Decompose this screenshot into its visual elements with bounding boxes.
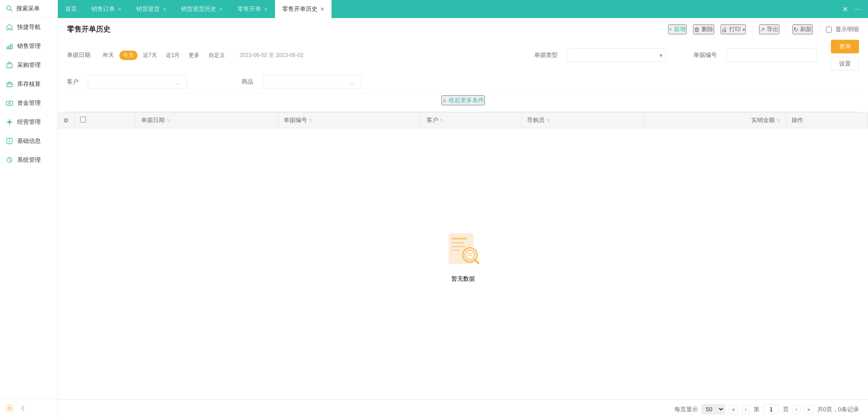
order-no-input[interactable] [726, 48, 816, 62]
goods-input[interactable] [266, 75, 348, 88]
sidebar-label-quick-nav: 快捷导航 [17, 23, 41, 31]
sidebar-search-label: 搜索采单 [16, 5, 40, 13]
sidebar-label-ops: 经营管理 [17, 118, 41, 126]
type-label: 单据类型 [534, 51, 558, 59]
sidebar-item-purchase-mgmt[interactable]: 采购管理 [0, 56, 57, 75]
customer-input[interactable] [92, 75, 173, 88]
add-button[interactable]: + 新增 [668, 24, 687, 34]
nav-close-icon[interactable]: ✕ [842, 5, 848, 14]
date-btn-custom[interactable]: 自定义 [205, 51, 228, 60]
print-label: 打印 [729, 25, 741, 33]
col-customer: 客户 ⇅ [421, 113, 522, 128]
delete-button[interactable]: 🗑 删除 [693, 24, 714, 34]
tab-sales-return-close[interactable]: ✕ [162, 6, 166, 12]
last-page-button[interactable]: » [804, 405, 814, 414]
sidebar-item-basic-info[interactable]: 基础信息 [0, 132, 57, 151]
col-date-label: 单据日期 [141, 117, 165, 123]
prev-page-button[interactable]: ‹ [742, 405, 750, 414]
tab-retail-open[interactable]: 零售开单 ✕ [230, 0, 275, 18]
export-label: 导出 [767, 25, 778, 33]
col-amount-label: 实销金额 [751, 117, 775, 123]
svg-rect-8 [6, 101, 13, 105]
collapse-button[interactable]: ∧ 收起更多条件 [441, 95, 485, 105]
search-icon [5, 5, 14, 13]
svg-point-15 [9, 407, 11, 410]
display-detail-checkbox[interactable] [826, 27, 832, 33]
svg-rect-5 [7, 64, 12, 68]
sidebar-item-sys-mgmt[interactable]: 系统管理 [0, 151, 57, 169]
tab-retail-open-history-close[interactable]: ✕ [320, 6, 324, 12]
nav-more-icon[interactable]: ⋯ [854, 5, 861, 14]
svg-rect-4 [11, 44, 12, 49]
date-btn-more[interactable]: 更多 [185, 51, 203, 60]
tab-sales-return-history[interactable]: 销货退货历史 ✕ [174, 0, 230, 18]
svg-rect-20 [451, 246, 466, 247]
toolbar-divider [752, 26, 753, 33]
type-select[interactable] [567, 48, 666, 62]
sidebar-item-ops[interactable]: 经营管理 [0, 113, 57, 132]
sort-guide-icon[interactable]: ⇅ [546, 118, 550, 123]
sidebar-item-finance[interactable]: 资金管理 [0, 94, 57, 113]
chevron-up-icon: ∧ [442, 97, 447, 104]
export-button[interactable]: ↗ 导出 [759, 24, 779, 34]
tab-sales-return-history-label: 销货退货历史 [181, 5, 216, 13]
refresh-button[interactable]: ↻ 刷新 [792, 24, 813, 34]
tab-home[interactable]: 首页 [58, 0, 84, 18]
tab-sales-order[interactable]: 销售订单 ✕ [84, 0, 129, 18]
export-icon: ↗ [760, 26, 765, 33]
query-button[interactable]: 查询 [831, 40, 859, 53]
next-page-button[interactable]: › [792, 405, 801, 414]
content: 零售开单历史 + 新增 🗑 删除 🖨 打印 ▾ ↗ 导出 [58, 18, 868, 419]
sort-date-icon[interactable]: ⇅ [166, 118, 170, 123]
tab-sales-return-history-close[interactable]: ✕ [219, 6, 223, 12]
box-icon [5, 80, 14, 88]
first-page-button[interactable]: « [729, 405, 738, 414]
sidebar-item-inventory[interactable]: 库存核算 [0, 75, 57, 94]
display-detail-label: 显示明细 [835, 25, 859, 33]
goods-dots[interactable]: ... [348, 79, 356, 85]
settings-icon[interactable] [5, 404, 14, 414]
sidebar-label-purchase-mgmt: 采购管理 [17, 61, 41, 69]
select-all-checkbox[interactable] [80, 117, 86, 122]
col-customer-label: 客户 [427, 117, 438, 123]
customer-dots[interactable]: ... [173, 79, 182, 85]
date-btn-today[interactable]: 今天 [119, 51, 138, 60]
tab-sales-order-close[interactable]: ✕ [118, 6, 122, 12]
tab-retail-open-history[interactable]: 零售开单历史 ✕ [275, 0, 332, 18]
main-area: 首页 销售订单 ✕ 销货退货 ✕ 销货退货历史 ✕ 零售开单 ✕ 零售开单历史 … [58, 0, 868, 419]
col-amount: 实销金额 ⇅ [643, 113, 786, 128]
date-btn-last7[interactable]: 近7天 [139, 51, 161, 60]
date-btn-yesterday[interactable]: 昨天 [100, 51, 118, 60]
sidebar-label-sys-mgmt: 系统管理 [17, 156, 41, 164]
page-number-input[interactable] [763, 405, 779, 414]
tab-retail-open-close[interactable]: ✕ [264, 6, 268, 12]
collapse-sidebar-icon[interactable] [19, 404, 27, 414]
tab-retail-open-history-label: 零售开单历史 [282, 5, 318, 13]
col-settings-icon[interactable]: ⚙ [63, 117, 69, 124]
home-icon [5, 23, 14, 31]
sort-order-no-icon[interactable]: ⇅ [309, 118, 313, 123]
svg-point-13 [9, 140, 10, 141]
ops-icon [5, 118, 14, 126]
sort-customer-icon[interactable]: ⇅ [440, 118, 443, 123]
display-detail-toggle[interactable]: 显示明细 [826, 25, 859, 33]
tab-sales-return[interactable]: 销货退货 ✕ [129, 0, 174, 18]
sidebar-search[interactable]: 搜索采单 [0, 0, 57, 18]
tab-sales-order-label: 销售订单 [91, 5, 115, 13]
sidebar-item-sales-mgmt[interactable]: 销售管理 [0, 37, 57, 56]
page-title-row: 零售开单历史 + 新增 🗑 删除 🖨 打印 ▾ ↗ 导出 [67, 24, 859, 34]
page-size-select[interactable]: 50 10 20 100 [702, 404, 725, 414]
sidebar-item-quick-nav[interactable]: 快捷导航 [0, 18, 57, 37]
col-order-no: 单据编号 ⇅ [278, 113, 421, 128]
sort-amount-icon[interactable]: ⇅ [777, 118, 780, 123]
order-no-label: 单据编号 [693, 51, 717, 59]
pagination: 每页显示 50 10 20 100 « ‹ 第 页 › » 共0页，0条记录 [58, 399, 868, 419]
date-range-display: 2023-06-02 至 2023-06-02 [239, 52, 303, 59]
top-nav: 首页 销售订单 ✕ 销货退货 ✕ 销货退货历史 ✕ 零售开单 ✕ 零售开单历史 … [58, 0, 868, 18]
print-button[interactable]: 🖨 打印 ▾ [721, 24, 746, 34]
date-btn-last1m[interactable]: 近1月 [162, 51, 184, 60]
collapse-row: ∧ 收起更多条件 [67, 93, 859, 107]
tab-home-label: 首页 [65, 5, 77, 13]
customer-label: 客户 [67, 78, 79, 86]
setting-button[interactable]: 设置 [831, 57, 859, 71]
